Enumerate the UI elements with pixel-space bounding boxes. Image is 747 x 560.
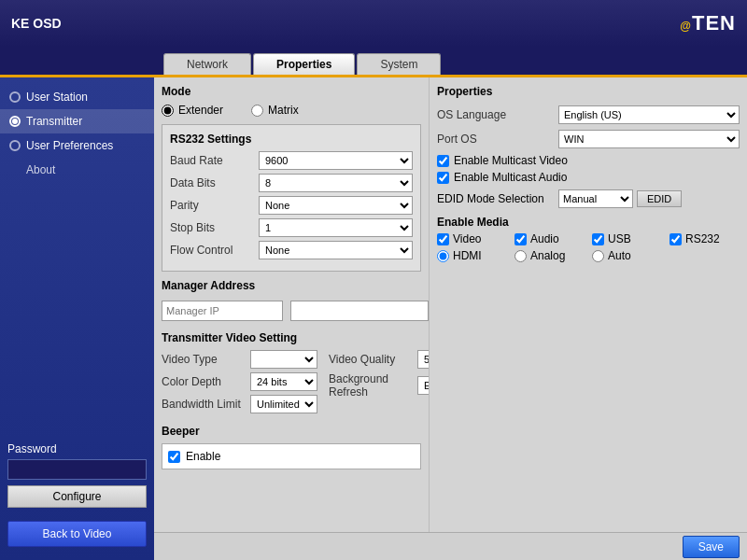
tab-network[interactable]: Network [163, 53, 251, 75]
manager-title: Manager Address [162, 279, 421, 292]
tab-properties[interactable]: Properties [253, 53, 355, 75]
password-label: Password [7, 442, 147, 455]
manager-ip-value-input[interactable] [290, 301, 429, 321]
mode-section: Mode Extender Matrix [162, 85, 421, 117]
radio-empty-icon [9, 91, 21, 103]
multicast-video-row: Enable Multicast Video [437, 154, 740, 167]
sidebar-label-user-station: User Station [26, 91, 88, 104]
beeper-enable-checkbox[interactable] [168, 451, 180, 463]
right-panel: Properties OS Language English (US) Port… [430, 77, 747, 532]
stop-bits-select[interactable]: 1 [259, 218, 413, 237]
media-video-checkbox[interactable] [437, 233, 449, 245]
media-audio-checkbox[interactable] [514, 233, 527, 245]
bandwidth-select[interactable]: Unlimited [250, 395, 317, 413]
beeper-box: Enable [162, 443, 421, 469]
edid-row: EDID Mode Selection Manual EDID [437, 189, 740, 208]
tab-system[interactable]: System [357, 53, 441, 75]
radio-empty-icon-2 [9, 140, 21, 151]
radio-filled-icon [9, 116, 21, 127]
media-usb-checkbox[interactable] [592, 233, 604, 245]
video-quality-select[interactable]: 5 [417, 350, 430, 369]
data-bits-row: Data Bits 8 [170, 174, 413, 192]
password-section: Password Configure [0, 435, 154, 515]
mode-extender-radio[interactable]: Extender [162, 104, 223, 117]
header: KE OSD @TEN [0, 0, 747, 47]
os-language-row: OS Language English (US) [437, 105, 740, 124]
os-language-label: OS Language [437, 108, 558, 121]
properties-title: Properties [437, 85, 740, 98]
manager-row: Manager Port 9110 [162, 298, 421, 324]
os-language-select[interactable]: English (US) [558, 105, 740, 124]
enable-media-section: Enable Media Video Audio [437, 216, 740, 262]
baud-rate-row: Baud Rate 9600 [170, 151, 413, 170]
multicast-video-checkbox[interactable] [437, 155, 449, 167]
sidebar-item-about[interactable]: About [0, 158, 154, 182]
sidebar-label-transmitter: Transmitter [26, 115, 82, 128]
media-audio-label: Audio [530, 232, 559, 245]
bg-refresh-select[interactable]: Every 32 frames(s) [417, 376, 430, 395]
manager-ip-input[interactable] [162, 301, 283, 321]
stop-bits-label: Stop Bits [170, 221, 259, 234]
media-hdmi-label: HDMI [453, 249, 482, 262]
edid-select[interactable]: Manual [558, 189, 633, 208]
video-quality-label: Video Quality [329, 353, 417, 366]
parity-row: Parity None [170, 196, 413, 215]
aten-logo: @TEN [680, 11, 736, 35]
mode-matrix-label: Matrix [268, 104, 299, 117]
video-type-select[interactable] [250, 350, 317, 369]
flow-control-select[interactable]: None [259, 241, 413, 259]
beeper-title: Beeper [162, 425, 421, 438]
sidebar-label-user-preferences: User Preferences [26, 139, 113, 152]
password-input[interactable] [7, 459, 147, 480]
mode-matrix-radio[interactable]: Matrix [251, 104, 299, 117]
port-os-select[interactable]: WIN [558, 130, 740, 148]
data-bits-select[interactable]: 8 [259, 174, 413, 192]
mode-extender-label: Extender [178, 104, 223, 117]
bg-refresh-row: Background Refresh Every 32 frames(s) [329, 372, 430, 399]
tabs-bar: Network Properties System [0, 47, 747, 75]
flow-control-row: Flow Control None [170, 241, 413, 259]
save-button[interactable]: Save [683, 536, 740, 558]
media-video: Video [437, 232, 507, 245]
sidebar-item-user-preferences[interactable]: User Preferences [0, 133, 154, 158]
media-analog-label: Analog [530, 249, 565, 262]
sidebar: User Station Transmitter User Preference… [0, 77, 154, 560]
color-depth-select[interactable]: 24 bits [250, 372, 317, 391]
rs232-section: RS232 Settings Baud Rate 9600 Data Bits … [162, 124, 421, 272]
left-panel: Mode Extender Matrix [154, 77, 430, 532]
multicast-audio-label: Enable Multicast Audio [454, 171, 567, 184]
color-depth-label: Color Depth [162, 375, 250, 388]
media-audio: Audio [514, 232, 585, 245]
media-rs232-checkbox[interactable] [669, 233, 682, 245]
transmitter-video-section: Transmitter Video Setting Video Type [162, 331, 421, 417]
rs232-title: RS232 Settings [170, 133, 413, 146]
media-auto-radio[interactable] [592, 250, 604, 262]
media-auto: Auto [592, 249, 662, 262]
multicast-audio-row: Enable Multicast Audio [437, 171, 740, 184]
enable-media-title: Enable Media [437, 216, 740, 229]
mode-label: Mode [162, 85, 421, 98]
media-analog: Analog [514, 249, 585, 262]
multicast-audio-checkbox[interactable] [437, 172, 449, 184]
data-bits-label: Data Bits [170, 176, 259, 189]
bandwidth-row: Bandwidth Limit Unlimited [162, 395, 317, 413]
media-hdmi-radio[interactable] [437, 250, 449, 262]
sidebar-item-transmitter[interactable]: Transmitter [0, 109, 154, 133]
parity-select[interactable]: None [259, 196, 413, 215]
edid-button[interactable]: EDID [637, 190, 682, 207]
beeper-section: Beeper Enable [162, 425, 421, 469]
sidebar-item-user-station[interactable]: User Station [0, 85, 154, 109]
media-usb-label: USB [608, 232, 631, 245]
media-video-label: Video [453, 232, 481, 245]
media-analog-radio[interactable] [514, 250, 527, 262]
bandwidth-label: Bandwidth Limit [162, 398, 250, 411]
app-title: KE OSD [11, 16, 62, 31]
media-grid: Video Audio USB [437, 232, 740, 262]
video-type-label: Video Type [162, 353, 250, 366]
back-to-video-button[interactable]: Back to Video [7, 521, 147, 547]
stop-bits-row: Stop Bits 1 [170, 218, 413, 237]
color-depth-row: Color Depth 24 bits [162, 372, 317, 391]
configure-button[interactable]: Configure [7, 485, 147, 508]
baud-rate-select[interactable]: 9600 [259, 151, 413, 170]
video-quality-row: Video Quality 5 [329, 350, 430, 369]
